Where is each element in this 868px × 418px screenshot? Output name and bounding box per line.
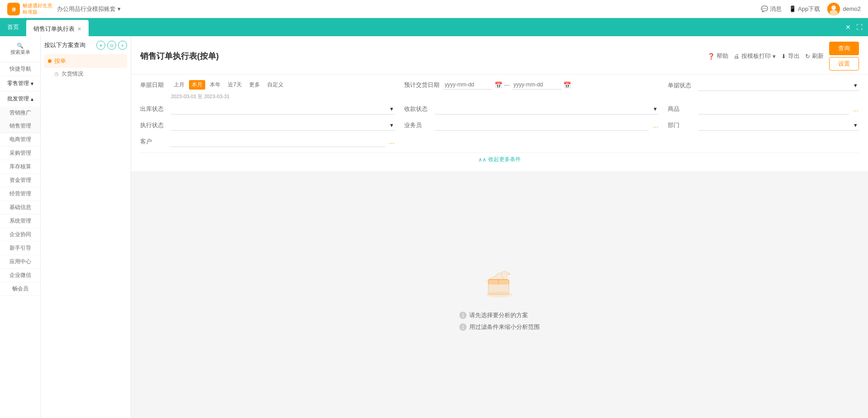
date-tab-this-year[interactable]: 本年 — [207, 80, 223, 90]
export-button[interactable]: ⬇ 导出 — [781, 52, 800, 60]
goods-more-icon[interactable]: … — [853, 105, 859, 113]
sidebar-item-finance[interactable]: 资金管理 — [0, 174, 40, 187]
exec-status-select[interactable]: ▾ — [171, 120, 395, 131]
top-header: 捷 畅捷通好生意 标准版 办公用品行业模拟账套 ▾ 💬 消息 📱 App下载 — [0, 0, 868, 18]
sidebar-item-wechat[interactable]: 企业微信 — [0, 269, 40, 282]
clock-icon: ◷ — [54, 71, 59, 77]
filter-panel-header: 按以下方案查询 + ⊙ « — [44, 41, 127, 50]
collapse-panel-button[interactable]: « — [118, 41, 127, 50]
logo-icon: 捷 — [7, 3, 20, 15]
header-right: 💬 消息 📱 App下载 demo2 — [761, 3, 861, 15]
calendar-from-icon[interactable]: 📅 — [495, 81, 502, 89]
collection-chevron-icon: ▾ — [654, 105, 657, 112]
left-panel: 按以下方案查询 + ⊙ « 按单 ◷ 欠货情况 — [41, 36, 131, 418]
expected-date-from-input[interactable] — [443, 80, 493, 90]
sidebar-item-ecommerce[interactable]: 电商管理 — [0, 133, 40, 147]
breadcrumb[interactable]: 办公用品行业模拟账套 ▾ — [57, 5, 121, 13]
filter-field-status: 单据状态 ▾ — [668, 80, 859, 91]
add-filter-button[interactable]: + — [96, 41, 105, 50]
page-header: 销售订单执行表(按单) ❓ 帮助 🖨 按模板打印 ▾ ⬇ — [131, 36, 868, 75]
customer-label: 客户 — [140, 138, 167, 146]
date-label: 单据日期 — [140, 81, 167, 89]
date-tab-last-7[interactable]: 近7天 — [225, 80, 245, 90]
page-title: 销售订单执行表(按单) — [140, 51, 219, 62]
goods-input[interactable] — [698, 104, 849, 114]
help-icon: ❓ — [708, 53, 715, 60]
search-icon: 🔍 — [17, 43, 24, 49]
customer-more-icon[interactable]: … — [389, 138, 395, 145]
filter-row-4: 客户 … — [140, 136, 859, 147]
sidebar-item-search[interactable]: 🔍 搜索菜单 — [4, 40, 37, 58]
sidebar: 🔍 搜索菜单 快捷导航 零售管理 ▾ 批发管理 ▴ 营销推广 销售管理 电商管理… — [0, 36, 41, 418]
customer-input[interactable] — [171, 136, 385, 147]
exec-chevron-icon: ▾ — [390, 122, 393, 128]
svg-point-3 — [831, 5, 836, 10]
query-button[interactable]: 查询 — [829, 42, 859, 55]
sidebar-item-member[interactable]: 畅会员 — [0, 282, 40, 296]
calendar-to-icon[interactable]: 📅 — [563, 81, 571, 89]
sidebar-item-inventory[interactable]: 库存核算 — [0, 160, 40, 174]
refresh-icon: ↻ — [805, 53, 810, 60]
date-tab-this-month[interactable]: 本月 — [189, 80, 205, 90]
export-icon: ⬇ — [781, 53, 786, 60]
print-button[interactable]: 🖨 按模板打印 ▾ — [734, 52, 776, 60]
stock-status-select[interactable]: ▾ — [171, 104, 395, 114]
filter-row-2: 出库状态 ▾ 收款状态 ▾ — [140, 104, 859, 114]
tab-expand-icon[interactable]: ⛶ — [856, 24, 863, 31]
tab-close-all-icon[interactable]: ✕ — [845, 24, 851, 31]
page-content: 按以下方案查询 + ⊙ « 按单 ◷ 欠货情况 — [41, 36, 868, 418]
sidebar-item-appstore[interactable]: 应用中心 — [0, 255, 40, 269]
app-download-button[interactable]: 📱 App下载 — [789, 5, 820, 13]
empty-tip-1: 1 请先选择要分析的方案 — [459, 311, 540, 319]
print-chevron-icon: ▾ — [773, 53, 776, 60]
date-tab-last-month[interactable]: 上月 — [171, 80, 187, 90]
sidebar-item-enterprise[interactable]: 企业协同 — [0, 228, 40, 242]
department-select[interactable]: ▾ — [698, 120, 859, 131]
sidebar-item-system[interactable]: 系统管理 — [0, 214, 40, 228]
salesperson-input[interactable] — [435, 120, 649, 131]
salesperson-more-icon[interactable]: … — [652, 122, 659, 129]
sidebar-item-operations[interactable]: 经营管理 — [0, 187, 40, 201]
salesperson-label: 业务员 — [404, 121, 431, 129]
svg-point-9 — [508, 273, 510, 275]
sidebar-section-wholesale: 批发管理 ▴ 营销推广 销售管理 — [0, 91, 40, 133]
date-tab-custom[interactable]: 自定义 — [264, 80, 286, 90]
logo-area: 捷 畅捷通好生意 标准版 — [7, 3, 52, 15]
refresh-button[interactable]: ↻ 刷新 — [805, 52, 824, 60]
user-menu[interactable]: demo2 — [827, 3, 861, 15]
sidebar-item-quick-nav[interactable]: 快捷导航 — [0, 62, 40, 76]
tab-close-icon[interactable]: ✕ — [77, 26, 81, 32]
filter-field-department: 部门 ▾ — [668, 120, 859, 131]
message-button[interactable]: 💬 消息 — [761, 5, 782, 13]
sidebar-item-marketing[interactable]: 营销推广 — [0, 106, 40, 119]
sidebar-item-basic[interactable]: 基础信息 — [0, 201, 40, 214]
tab-home[interactable]: 首页 — [0, 18, 26, 36]
collection-status-select[interactable]: ▾ — [435, 104, 659, 114]
filter-active-indicator — [48, 59, 52, 63]
sidebar-item-newbie[interactable]: 新手引导 — [0, 242, 40, 255]
filter-row-date-range: 2023-03-01 至 2023-03-31 — [140, 93, 859, 100]
date-tabs: 上月 本月 本年 近7天 更多 自定义 — [171, 80, 286, 90]
tab-home-label: 首页 — [7, 23, 19, 31]
filter-item-by-order[interactable]: 按单 — [44, 54, 127, 68]
sidebar-item-wholesale[interactable]: 批发管理 ▴ — [0, 91, 40, 106]
goods-label: 商品 — [668, 105, 695, 113]
sidebar-item-purchase[interactable]: 采购管理 — [0, 147, 40, 160]
status-chevron-icon: ▾ — [854, 82, 857, 89]
tip-number-2: 2 — [459, 323, 467, 331]
settings-filter-button[interactable]: ⊙ — [107, 41, 116, 50]
filter-item-by-debt[interactable]: ◷ 欠货情况 — [44, 68, 127, 80]
status-select[interactable]: ▾ — [698, 80, 859, 91]
filter-row-3: 执行状态 ▾ 业务员 … 部门 — [140, 120, 859, 131]
download-icon: 📱 — [789, 5, 796, 12]
collapse-filter-button[interactable]: ∧∧ 收起更多条件 — [140, 152, 859, 166]
setting-button[interactable]: 设置 — [829, 57, 859, 71]
sidebar-item-retail[interactable]: 零售管理 ▾ — [0, 76, 40, 91]
tab-sales-order[interactable]: 销售订单执行表 ✕ — [26, 20, 89, 38]
print-icon: 🖨 — [734, 53, 740, 60]
help-button[interactable]: ❓ 帮助 — [708, 52, 728, 60]
sidebar-item-sales[interactable]: 销售管理 — [0, 119, 40, 133]
date-tab-more[interactable]: 更多 — [246, 80, 263, 90]
expected-date-to-input[interactable] — [512, 80, 561, 90]
collection-status-label: 收款状态 — [404, 105, 431, 113]
